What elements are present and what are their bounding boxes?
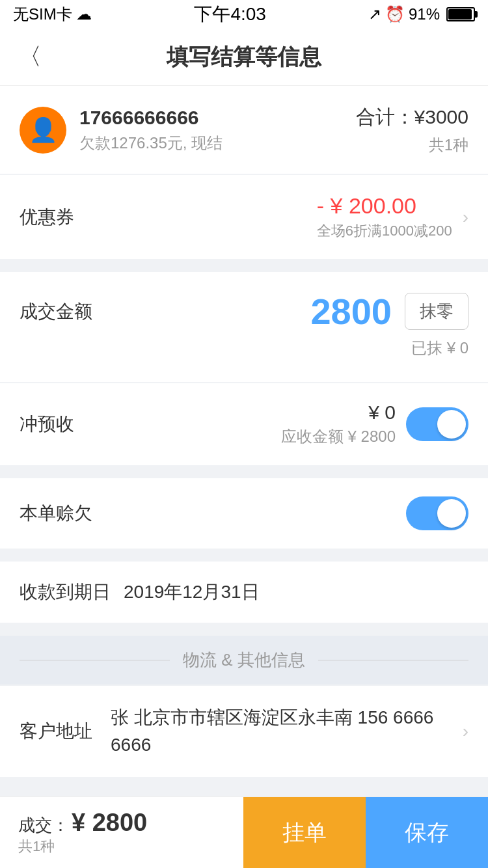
battery-icon xyxy=(446,7,475,21)
prepay-right: ¥ 0 应收金额 ¥ 2800 xyxy=(281,401,468,447)
coupon-label: 优惠券 xyxy=(20,205,74,230)
toggle-knob xyxy=(437,410,466,439)
prepay-zero: ¥ 0 xyxy=(281,401,396,424)
address-label: 客户地址 xyxy=(20,719,98,744)
prepay-amount-block: ¥ 0 应收金额 ¥ 2800 xyxy=(281,401,396,447)
prepay-section: 冲预收 ¥ 0 应收金额 ¥ 2800 xyxy=(0,383,488,465)
customer-left: 👤 17666666666 欠款1276.35元, 现结 xyxy=(20,107,223,154)
bottom-summary: 成交： ¥ 2800 共1种 xyxy=(0,809,243,856)
customer-phone: 17666666666 xyxy=(79,107,223,129)
logistics-divider: 物流 & 其他信息 xyxy=(0,636,488,685)
bottom-bar: 成交： ¥ 2800 共1种 挂单 保存 xyxy=(0,796,488,868)
duedate-row: 收款到期日 2019年12月31日 xyxy=(20,580,468,604)
battery-percent: 91% xyxy=(409,5,440,23)
credit-section: 本单赊欠 xyxy=(0,478,488,549)
avatar-icon: 👤 xyxy=(29,116,58,144)
amount-label: 成交金额 xyxy=(20,299,92,324)
main-content: 👤 17666666666 欠款1276.35元, 现结 合计：¥3000 共1… xyxy=(0,86,488,868)
coupon-discount: - ¥ 200.00 xyxy=(317,193,452,219)
status-bar: 无SIM卡 ☁ 下午4:03 ↗ ⏰ 91% xyxy=(0,0,488,29)
status-right: ↗ ⏰ 91% xyxy=(368,5,475,23)
hold-button[interactable]: 挂单 xyxy=(243,797,366,869)
status-left: 无SIM卡 ☁ xyxy=(13,4,92,25)
status-time: 下午4:03 xyxy=(194,2,266,27)
prepay-sub: 应收金额 ¥ 2800 xyxy=(281,426,396,447)
toggle-knob-credit xyxy=(437,499,466,528)
credit-label: 本单赊欠 xyxy=(20,501,92,526)
bottom-count: 共1种 xyxy=(18,837,225,856)
credit-toggle[interactable] xyxy=(406,496,468,530)
location-icon: ↗ xyxy=(368,5,381,23)
amount-section: 成交金额 2800 抹零 已抹 ¥ 0 xyxy=(0,272,488,382)
bottom-deal-amount: ¥ 2800 xyxy=(72,809,147,837)
customer-row: 👤 17666666666 欠款1276.35元, 现结 合计：¥3000 共1… xyxy=(0,86,488,174)
back-button[interactable]: 〈 xyxy=(18,41,42,73)
prepay-row: 冲预收 ¥ 0 应收金额 ¥ 2800 xyxy=(20,401,468,447)
total-count: 共1种 xyxy=(356,135,468,156)
amount-value: 2800 xyxy=(310,290,392,332)
amount-value-wrapper: 2800 抹零 xyxy=(310,290,468,332)
customer-info: 17666666666 欠款1276.35元, 现结 xyxy=(79,107,223,154)
chevron-right-icon: › xyxy=(463,207,468,228)
customer-right: 合计：¥3000 共1种 xyxy=(356,104,468,156)
duedate-value: 2019年12月31日 xyxy=(124,580,260,604)
amount-sub: 已抹 ¥ 0 xyxy=(20,338,468,359)
coupon-desc: 全场6折满1000减200 xyxy=(317,221,452,241)
avatar: 👤 xyxy=(20,107,66,154)
coupon-right: - ¥ 200.00 全场6折满1000减200 › xyxy=(317,193,468,241)
alarm-icon: ⏰ xyxy=(385,5,405,23)
save-button[interactable]: 保存 xyxy=(366,797,488,869)
bottom-deal-label: 成交： xyxy=(18,814,69,837)
sim-label: 无SIM卡 ☁ xyxy=(13,4,92,25)
bottom-deal-row: 成交： ¥ 2800 xyxy=(18,809,225,837)
total-amount: 合计：¥3000 xyxy=(356,104,468,131)
logistics-label: 物流 & 其他信息 xyxy=(183,649,305,671)
address-value: 张 北京市市辖区海淀区永丰南 156 6666 6666 xyxy=(111,704,457,759)
prepay-toggle[interactable] xyxy=(406,407,468,441)
prepay-label: 冲预收 xyxy=(20,412,74,437)
nav-bar: 〈 填写结算等信息 xyxy=(0,29,488,86)
page-title: 填写结算等信息 xyxy=(167,42,321,72)
address-section[interactable]: 客户地址 张 北京市市辖区海淀区永丰南 156 6666 6666 › xyxy=(0,686,488,777)
customer-subtext: 欠款1276.35元, 现结 xyxy=(79,133,223,154)
coupon-row[interactable]: 优惠券 - ¥ 200.00 全场6折满1000减200 › xyxy=(0,175,488,259)
duedate-label: 收款到期日 xyxy=(20,580,111,604)
divider-line-right xyxy=(318,660,468,660)
amount-row: 成交金额 2800 抹零 xyxy=(20,290,468,332)
coupon-info: - ¥ 200.00 全场6折满1000减200 xyxy=(317,193,452,241)
round-button[interactable]: 抹零 xyxy=(405,293,468,330)
address-chevron-icon: › xyxy=(463,721,468,742)
duedate-section: 收款到期日 2019年12月31日 xyxy=(0,562,488,623)
divider-line-left xyxy=(20,660,170,660)
